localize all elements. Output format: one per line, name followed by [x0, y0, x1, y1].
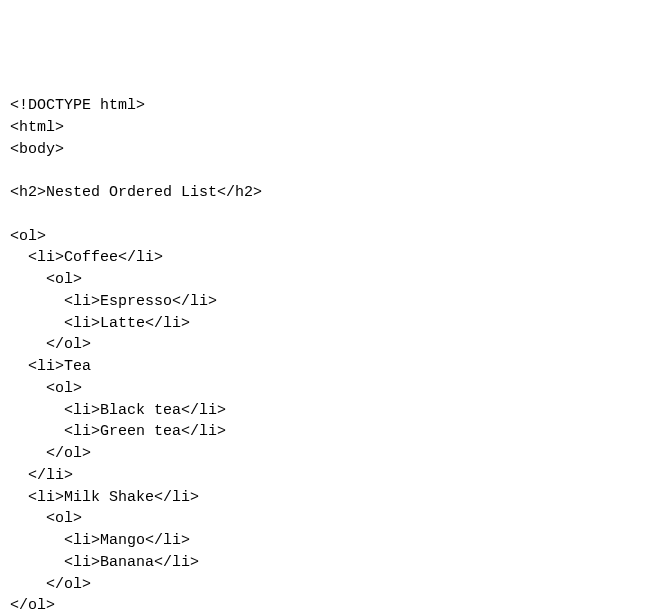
code-line: <ol>	[10, 380, 82, 397]
code-block: <!DOCTYPE html> <html> <body> <h2>Nested…	[10, 95, 661, 614]
code-line: </li>	[10, 467, 73, 484]
code-line: <li>Banana</li>	[10, 554, 199, 571]
code-line: <h2>Nested Ordered List</h2>	[10, 184, 262, 201]
code-line: </ol>	[10, 576, 91, 593]
code-line: <!DOCTYPE html>	[10, 97, 145, 114]
code-line: <body>	[10, 141, 64, 158]
code-line: </ol>	[10, 445, 91, 462]
code-line: </ol>	[10, 597, 55, 614]
code-line: <li>Latte</li>	[10, 315, 190, 332]
code-line: <li>Green tea</li>	[10, 423, 226, 440]
code-line: <ol>	[10, 228, 46, 245]
code-line: <html>	[10, 119, 64, 136]
code-line: <li>Black tea</li>	[10, 402, 226, 419]
code-line: <li>Mango</li>	[10, 532, 190, 549]
code-line: <li>Milk Shake</li>	[10, 489, 199, 506]
code-line: <li>Espresso</li>	[10, 293, 217, 310]
code-line: <ol>	[10, 271, 82, 288]
code-line: </ol>	[10, 336, 91, 353]
code-line: <li>Coffee</li>	[10, 249, 163, 266]
code-line: <li>Tea	[10, 358, 91, 375]
code-line: <ol>	[10, 510, 82, 527]
